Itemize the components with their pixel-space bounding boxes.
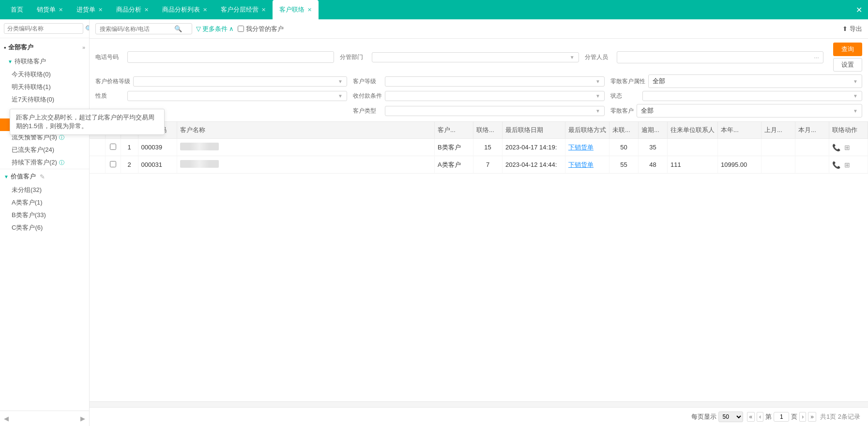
search-input[interactable] bbox=[100, 26, 172, 32]
action-grid-icon[interactable]: ⊞ bbox=[844, 144, 850, 151]
sidebar-item-c-class[interactable]: C类客户(6) bbox=[0, 221, 89, 234]
filter-dept-arrow: ▼ bbox=[570, 55, 575, 60]
filter-scatter-attr-select[interactable]: 全部 ▼ bbox=[648, 74, 862, 88]
sidebar-item-unclassified[interactable]: 未分组(32) bbox=[0, 184, 89, 196]
col-method[interactable]: 最后联络方式 bbox=[565, 122, 609, 139]
sidebar-search-input[interactable] bbox=[4, 23, 83, 34]
filter-payment-select[interactable]: ▼ bbox=[385, 91, 605, 101]
row-method[interactable]: 下销货单 bbox=[565, 139, 609, 156]
nav-item-analysis-list-close[interactable]: ✕ bbox=[203, 7, 207, 13]
action-grid-icon[interactable]: ⊞ bbox=[844, 161, 850, 169]
sidebar-search-icon[interactable]: 🔍 bbox=[85, 25, 90, 32]
nav-item-analysis-list[interactable]: 商品分析列表 ✕ bbox=[155, 0, 214, 19]
col-overdue[interactable]: 逾期... bbox=[639, 122, 668, 139]
per-page-label: 每页显示 bbox=[691, 412, 716, 421]
sidebar-nav-right-arrow[interactable]: ▶ bbox=[78, 414, 87, 423]
filter-phone-input[interactable] bbox=[127, 51, 334, 63]
first-page-btn[interactable]: « bbox=[747, 412, 755, 422]
prev-page-btn[interactable]: ‹ bbox=[757, 412, 763, 422]
my-customers-check[interactable]: 我分管的客户 bbox=[238, 25, 284, 33]
row-unreached: 50 bbox=[609, 139, 639, 156]
col-contact[interactable]: 联络... bbox=[473, 122, 503, 139]
filter-customer-level-select[interactable]: ▼ bbox=[385, 76, 605, 87]
col-name[interactable]: 客户名称 bbox=[177, 122, 435, 139]
action-phone-icon[interactable]: 📞 bbox=[832, 161, 840, 169]
nav-item-sales-label: 销货单 bbox=[37, 5, 56, 14]
customer-table: ⚙ # 客户编码 客户名称 客户... bbox=[90, 122, 868, 174]
filter-gender-select[interactable]: ▼ bbox=[127, 91, 347, 101]
nav-item-sales-close[interactable]: ✕ bbox=[59, 7, 63, 13]
nav-item-analysis[interactable]: 商品分析 ✕ bbox=[109, 0, 155, 19]
nav-item-purchase-label: 进货单 bbox=[76, 5, 95, 14]
action-phone-icon[interactable]: 📞 bbox=[832, 144, 840, 151]
filter-dept-select[interactable]: ▼ bbox=[372, 52, 579, 62]
nav-item-customer-mgmt-close[interactable]: ✕ bbox=[261, 7, 266, 13]
sidebar-item-7days[interactable]: 近7天待联络(0) bbox=[0, 93, 89, 106]
col-thismonth[interactable]: 本月... bbox=[795, 122, 829, 139]
sidebar-value-group-arrow: ▼ bbox=[4, 174, 9, 179]
nav-item-home[interactable]: 首页 bbox=[4, 0, 30, 19]
sidebar-collapse-icon[interactable]: » bbox=[82, 44, 85, 50]
per-page-select[interactable]: 50 100 200 bbox=[718, 411, 743, 422]
col-date[interactable]: 最后联络日期 bbox=[503, 122, 565, 139]
search-box[interactable]: 🔍 bbox=[95, 23, 192, 34]
per-page-control: 每页显示 50 100 200 bbox=[691, 411, 743, 422]
nav-item-analysis-close[interactable]: ✕ bbox=[144, 7, 149, 13]
sidebar-value-group-edit-icon[interactable]: ✎ bbox=[40, 173, 45, 180]
window-close-button[interactable]: ✕ bbox=[856, 5, 862, 15]
filter-status-select[interactable]: ▼ bbox=[642, 91, 862, 101]
sidebar-item-b-class[interactable]: B类客户(33) bbox=[0, 209, 89, 221]
tooltip-box: 距客户上次交易时长，超过了此客户的平均交易周期的1.5倍，则视为异常。 bbox=[90, 109, 165, 135]
row-settings bbox=[90, 139, 105, 156]
settings-button[interactable]: 设置 bbox=[833, 58, 862, 72]
bottom-scrollbar[interactable] bbox=[90, 401, 868, 407]
row-checkbox[interactable] bbox=[105, 139, 121, 156]
row-type: B类客户 bbox=[435, 139, 473, 156]
row-unreached: 55 bbox=[609, 156, 639, 174]
sidebar-item-today[interactable]: 今天待联络(0) bbox=[0, 68, 89, 81]
sidebar-all-customers[interactable]: ▪ 全部客户 » bbox=[0, 40, 89, 55]
last-page-btn[interactable]: » bbox=[808, 412, 816, 422]
nav-item-sales[interactable]: 销货单 ✕ bbox=[30, 0, 70, 19]
my-customers-checkbox[interactable] bbox=[238, 26, 244, 32]
filter-customer-type-select[interactable]: ▼ bbox=[385, 106, 605, 116]
nav-item-customer-contact[interactable]: 客户联络 ✕ bbox=[273, 0, 319, 19]
col-action: 联络动作 bbox=[829, 122, 868, 139]
sidebar-pending-group[interactable]: ▼ 待联络客户 bbox=[0, 55, 89, 68]
filter-price-level-select[interactable]: ▼ bbox=[133, 76, 347, 87]
nav-item-purchase[interactable]: 进货单 ✕ bbox=[70, 0, 109, 19]
page-number-input[interactable] bbox=[774, 412, 789, 422]
filter-staff-dots[interactable]: ··· bbox=[814, 54, 819, 61]
filter-staff-select[interactable]: ··· bbox=[617, 51, 823, 63]
sidebar-item-lost[interactable]: 已流失客户(24) bbox=[0, 144, 89, 156]
sidebar-search-area: 🔍 bbox=[0, 19, 89, 38]
sidebar-item-declining[interactable]: 持续下滑客户(2) ⓘ bbox=[0, 156, 89, 169]
filter-scatter-customer-value: 全部 bbox=[641, 106, 654, 115]
filter-gender-label: 性质 bbox=[95, 92, 124, 100]
col-type[interactable]: 客户... bbox=[435, 122, 473, 139]
filter-scatter-customer-arrow: ▼ bbox=[853, 108, 858, 114]
row-method[interactable]: 下销货单 bbox=[565, 156, 609, 174]
col-contact-person-label: 往来单位联系人 bbox=[670, 126, 715, 133]
col-thisyear[interactable]: 本年... bbox=[718, 122, 761, 139]
search-icon[interactable]: 🔍 bbox=[174, 25, 182, 32]
nav-item-customer-mgmt[interactable]: 客户分层经营 ✕ bbox=[214, 0, 273, 19]
filter-scatter-customer-select[interactable]: 全部 ▼ bbox=[637, 104, 862, 118]
col-name-label: 客户名称 bbox=[180, 126, 205, 133]
nav-item-purchase-close[interactable]: ✕ bbox=[98, 7, 103, 13]
query-button[interactable]: 查询 bbox=[833, 43, 862, 56]
nav-item-customer-contact-close[interactable]: ✕ bbox=[307, 7, 312, 13]
row-contact: 7 bbox=[473, 156, 503, 174]
next-page-btn[interactable]: › bbox=[799, 412, 806, 422]
sidebar-item-a-class[interactable]: A类客户(1) bbox=[0, 196, 89, 209]
col-lastmonth[interactable]: 上月... bbox=[761, 122, 795, 139]
sidebar-nav-left-arrow[interactable]: ◀ bbox=[2, 414, 11, 423]
sidebar-item-tomorrow[interactable]: 明天待联络(1) bbox=[0, 81, 89, 93]
filter-icon: ▽ bbox=[196, 25, 201, 32]
col-unreached[interactable]: 未联... bbox=[609, 122, 639, 139]
row-checkbox[interactable] bbox=[105, 156, 121, 174]
filter-gender-arrow: ▼ bbox=[338, 93, 343, 99]
more-filter-btn[interactable]: ▽ 更多条件 ∧ bbox=[196, 25, 234, 33]
export-button[interactable]: ⬆ 导出 bbox=[842, 25, 862, 33]
col-contact-person[interactable]: 往来单位联系人 bbox=[668, 122, 718, 139]
